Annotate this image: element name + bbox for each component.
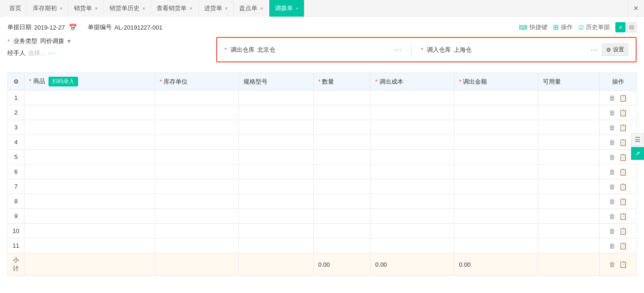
tab-view-close[interactable]: × <box>189 6 192 11</box>
row-product-2[interactable] <box>24 105 155 120</box>
row-cost-8[interactable] <box>371 194 454 209</box>
tab-home[interactable]: 首页 <box>4 0 27 17</box>
row-qty-6[interactable] <box>313 165 371 179</box>
tab-stocktake-close[interactable]: × <box>260 6 263 11</box>
tab-view-sales[interactable]: 查看销货单 × <box>151 0 198 17</box>
tab-sales-history[interactable]: 销货单历史 × <box>104 0 151 17</box>
tab-transfer[interactable]: 调拨单 × <box>269 0 304 17</box>
row-copy-icon-3[interactable]: 📋 <box>619 124 627 131</box>
row-product-9[interactable] <box>24 209 155 224</box>
tab-inventory-init[interactable]: 库存期初 × <box>27 0 68 17</box>
tab-purchase[interactable]: 进货单 × <box>199 0 234 17</box>
settings-button[interactable]: ⚙ 设置 <box>602 43 628 56</box>
view-toggle-list[interactable]: ≡ <box>615 22 626 32</box>
row-qty-9[interactable] <box>313 209 371 224</box>
row-cost-10[interactable] <box>371 224 454 238</box>
row-delete-icon-11[interactable]: 🗑 <box>609 242 615 250</box>
row-product-3[interactable] <box>24 120 155 135</box>
row-cost-3[interactable] <box>371 120 454 135</box>
row-copy-icon-8[interactable]: 📋 <box>619 198 627 205</box>
row-qty-10[interactable] <box>313 224 371 238</box>
row-product-6[interactable] <box>24 165 155 179</box>
history-button[interactable]: ☑ 历史单据 <box>578 23 610 31</box>
row-product-10[interactable] <box>24 224 155 238</box>
float-list-button[interactable]: ☰ <box>631 133 644 146</box>
row-product-5[interactable] <box>24 150 155 165</box>
out-warehouse-more-button[interactable]: ··· <box>395 46 402 54</box>
row-spec-10 <box>238 224 313 238</box>
tab-stocktake[interactable]: 盘点单 × <box>234 0 269 17</box>
tab-sales-close[interactable]: × <box>95 6 97 11</box>
row-qty-2[interactable] <box>313 105 371 120</box>
tab-sales-order[interactable]: 销货单 × <box>68 0 103 17</box>
row-product-7[interactable] <box>24 179 155 194</box>
row-qty-7[interactable] <box>313 179 371 194</box>
row-cost-1[interactable] <box>371 91 454 105</box>
row-cost-5[interactable] <box>371 150 454 165</box>
calendar-icon[interactable]: 📅 <box>69 24 77 31</box>
scan-button[interactable]: 扫码录入 <box>49 77 78 86</box>
in-warehouse-more-button[interactable]: ··· <box>591 46 598 54</box>
table-row: 2 🗑 📋 <box>8 105 637 120</box>
person-more-button[interactable]: ··· <box>48 49 55 57</box>
row-delete-icon-7[interactable]: 🗑 <box>609 183 615 190</box>
row-qty-1[interactable] <box>313 91 371 105</box>
row-delete-icon-2[interactable]: 🗑 <box>609 109 615 116</box>
row-qty-5[interactable] <box>313 150 371 165</box>
row-copy-icon-11[interactable]: 📋 <box>619 242 627 250</box>
tab-history-close[interactable]: × <box>142 6 145 11</box>
row-delete-icon-4[interactable]: 🗑 <box>609 139 615 146</box>
gear-icon-th[interactable]: ⚙ <box>13 78 19 85</box>
row-delete-icon-3[interactable]: 🗑 <box>609 124 615 131</box>
row-unit-5 <box>155 150 238 165</box>
row-cost-7[interactable] <box>371 179 454 194</box>
shortcuts-button[interactable]: ⌨ 快捷键 <box>519 23 547 31</box>
subtotal-copy-icon[interactable]: 📋 <box>619 261 627 268</box>
row-product-4[interactable] <box>24 135 155 150</box>
row-delete-icon-1[interactable]: 🗑 <box>609 94 615 102</box>
float-expand-button[interactable]: ↗ <box>631 147 644 160</box>
row-cost-2[interactable] <box>371 105 454 120</box>
row-available-9 <box>538 209 599 224</box>
row-copy-icon-6[interactable]: 📋 <box>619 168 627 176</box>
row-cost-4[interactable] <box>371 135 454 150</box>
row-copy-icon-7[interactable]: 📋 <box>619 183 627 190</box>
row-qty-4[interactable] <box>313 135 371 150</box>
row-delete-icon-10[interactable]: 🗑 <box>609 227 615 235</box>
col-header-available: 可用量 <box>538 73 599 91</box>
row-qty-8[interactable] <box>313 194 371 209</box>
row-cost-6[interactable] <box>371 165 454 179</box>
row-available-2 <box>538 105 599 120</box>
row-product-1[interactable] <box>24 91 155 105</box>
subtotal-spec <box>238 253 313 276</box>
row-copy-icon-9[interactable]: 📋 <box>619 213 627 220</box>
row-product-11[interactable] <box>24 238 155 253</box>
row-copy-icon-5[interactable]: 📋 <box>619 153 627 161</box>
tab-transfer-close[interactable]: × <box>296 6 298 11</box>
row-cost-9[interactable] <box>371 209 454 224</box>
row-copy-icon-1[interactable]: 📋 <box>619 94 627 102</box>
tab-inventory-close[interactable]: × <box>60 6 62 11</box>
row-spec-9 <box>238 209 313 224</box>
row-qty-3[interactable] <box>313 120 371 135</box>
row-delete-icon-5[interactable]: 🗑 <box>609 153 615 161</box>
person-select[interactable]: 选择... <box>28 49 45 57</box>
col-qty-label: 数量 <box>322 78 334 85</box>
row-delete-icon-9[interactable]: 🗑 <box>609 213 615 220</box>
col-spec-label: 规格型号 <box>243 78 267 85</box>
operations-button[interactable]: ⊞ 操作 <box>553 23 573 31</box>
subtotal-delete-icon[interactable]: 🗑 <box>609 261 615 268</box>
row-product-8[interactable] <box>24 194 155 209</box>
view-toggle-grid[interactable]: ⊟ <box>626 22 637 32</box>
row-amount-8 <box>454 194 538 209</box>
row-copy-icon-10[interactable]: 📋 <box>619 227 627 235</box>
biz-type-select[interactable]: 同价调拨 ▼ <box>40 37 72 45</box>
row-qty-11[interactable] <box>313 238 371 253</box>
tab-purchase-close[interactable]: × <box>225 6 228 11</box>
row-copy-icon-4[interactable]: 📋 <box>619 139 627 146</box>
row-delete-icon-6[interactable]: 🗑 <box>609 168 615 176</box>
row-delete-icon-8[interactable]: 🗑 <box>609 198 615 205</box>
row-cost-11[interactable] <box>371 238 454 253</box>
row-copy-icon-2[interactable]: 📋 <box>619 109 627 116</box>
window-close-button[interactable]: × <box>627 0 644 17</box>
